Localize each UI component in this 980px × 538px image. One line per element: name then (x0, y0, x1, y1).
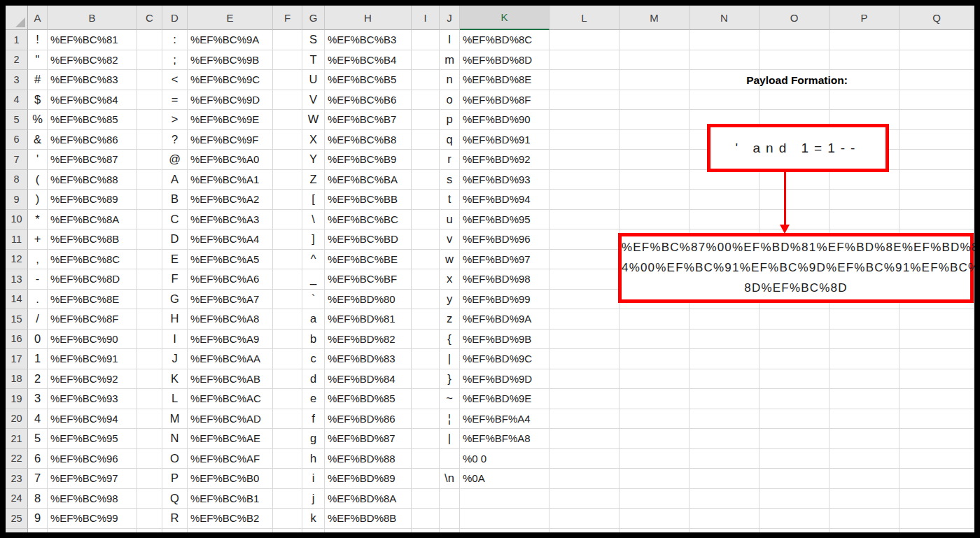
cell-D3[interactable]: < (162, 70, 188, 90)
cell-B4[interactable]: %EF%BC%84 (48, 90, 137, 111)
cell-K21[interactable]: %EF%BF%A8 (460, 429, 550, 449)
cell-G1[interactable]: S (302, 30, 325, 50)
cell-Q5[interactable] (899, 110, 974, 130)
cell-D12[interactable]: E (162, 250, 188, 270)
cell-K5[interactable]: %EF%BD%90 (460, 110, 550, 130)
cell-C22[interactable] (137, 449, 162, 469)
cell-Q19[interactable] (899, 389, 974, 409)
cell-A5[interactable]: % (28, 110, 48, 130)
cell-P1[interactable] (830, 30, 899, 50)
cell-N25[interactable] (690, 509, 760, 529)
cell-L24[interactable] (550, 489, 620, 509)
cell-L4[interactable] (550, 90, 620, 111)
cell-A14[interactable]: . (28, 290, 48, 310)
cell-A11[interactable]: + (28, 229, 48, 250)
cell-B11[interactable]: %EF%BC%8B (48, 229, 137, 250)
column-header-F[interactable]: F (273, 6, 302, 30)
cell-G23[interactable]: i (302, 469, 325, 489)
cell-F17[interactable] (273, 349, 302, 369)
cell-O5[interactable] (760, 110, 830, 130)
cell-M7[interactable] (620, 150, 690, 170)
cell-L9[interactable] (550, 190, 620, 210)
cell-P25[interactable] (830, 509, 899, 529)
cell-E8[interactable]: %EF%BC%A1 (188, 170, 273, 190)
cell-M24[interactable] (620, 489, 690, 509)
cell-K7[interactable]: %EF%BD%92 (460, 150, 550, 170)
cell-I13[interactable] (412, 269, 440, 290)
cell-K19[interactable]: %EF%BD%9E (460, 389, 550, 409)
cell-F18[interactable] (273, 369, 302, 390)
cell-P11[interactable] (830, 229, 899, 250)
cell-C21[interactable] (137, 429, 162, 449)
cell-E23[interactable]: %EF%BC%B0 (188, 469, 273, 489)
cell-K26[interactable] (460, 529, 550, 533)
cell-N22[interactable] (690, 449, 760, 469)
cell-J1[interactable]: l (440, 30, 460, 50)
row-header-4[interactable]: 4 (6, 90, 28, 111)
cell-E19[interactable]: %EF%BC%AC (188, 389, 273, 409)
cell-J18[interactable]: } (440, 369, 460, 390)
cell-C4[interactable] (137, 90, 162, 111)
row-header-5[interactable]: 5 (6, 110, 28, 130)
cell-E7[interactable]: %EF%BC%A0 (188, 150, 273, 170)
cell-O10[interactable] (760, 210, 830, 230)
cell-O26[interactable] (760, 529, 830, 533)
cell-H20[interactable]: %EF%BD%86 (325, 409, 412, 430)
cell-G18[interactable]: d (302, 369, 325, 390)
cell-B13[interactable]: %EF%BC%8D (48, 269, 137, 290)
cell-O16[interactable] (760, 330, 830, 350)
cell-C11[interactable] (137, 229, 162, 250)
cell-N2[interactable] (690, 50, 760, 71)
cell-L17[interactable] (550, 349, 620, 369)
cell-P7[interactable] (830, 150, 899, 170)
cell-A8[interactable]: ( (28, 170, 48, 190)
cell-K16[interactable]: %EF%BD%9B (460, 330, 550, 350)
cell-D25[interactable]: R (162, 509, 188, 529)
cell-N19[interactable] (690, 389, 760, 409)
cell-C8[interactable] (137, 170, 162, 190)
cell-G5[interactable]: W (302, 110, 325, 130)
cell-J23[interactable]: \n (440, 469, 460, 489)
cell-K20[interactable]: %EF%BF%A4 (460, 409, 550, 430)
cell-H22[interactable]: %EF%BD%88 (325, 449, 412, 469)
row-header-17[interactable]: 17 (6, 349, 28, 369)
cell-N3[interactable] (690, 70, 760, 90)
cell-N9[interactable] (690, 190, 760, 210)
cell-M1[interactable] (620, 30, 690, 50)
cell-N12[interactable] (690, 250, 760, 270)
cell-Q23[interactable] (899, 469, 974, 489)
cell-P16[interactable] (830, 330, 899, 350)
cell-Q26[interactable] (899, 529, 974, 533)
cell-O3[interactable] (760, 70, 830, 90)
cell-B25[interactable]: %EF%BC%99 (48, 509, 137, 529)
cell-A19[interactable]: 3 (28, 389, 48, 409)
cell-I7[interactable] (412, 150, 440, 170)
cell-C13[interactable] (137, 269, 162, 290)
cell-B9[interactable]: %EF%BC%89 (48, 190, 137, 210)
cell-K9[interactable]: %EF%BD%94 (460, 190, 550, 210)
cell-D4[interactable]: = (162, 90, 188, 111)
cell-N16[interactable] (690, 330, 760, 350)
cell-E5[interactable]: %EF%BC%9E (188, 110, 273, 130)
cell-H12[interactable]: %EF%BC%BE (325, 250, 412, 270)
cell-C16[interactable] (137, 330, 162, 350)
column-header-H[interactable]: H (325, 6, 412, 30)
cell-D13[interactable]: F (162, 269, 188, 290)
cell-K15[interactable]: %EF%BD%9A (460, 309, 550, 330)
cell-I14[interactable] (412, 290, 440, 310)
cell-F14[interactable] (273, 290, 302, 310)
row-header-6[interactable]: 6 (6, 130, 28, 150)
cell-F22[interactable] (273, 449, 302, 469)
cell-C18[interactable] (137, 369, 162, 390)
cell-J5[interactable]: p (440, 110, 460, 130)
row-header-7[interactable]: 7 (6, 150, 28, 170)
cell-C10[interactable] (137, 210, 162, 230)
cell-C14[interactable] (137, 290, 162, 310)
cell-B20[interactable]: %EF%BC%94 (48, 409, 137, 430)
cell-C3[interactable] (137, 70, 162, 90)
cell-Q20[interactable] (899, 409, 974, 430)
cell-I22[interactable] (412, 449, 440, 469)
cell-L15[interactable] (550, 309, 620, 330)
cell-D18[interactable]: K (162, 369, 188, 390)
cell-K10[interactable]: %EF%BD%95 (460, 210, 550, 230)
